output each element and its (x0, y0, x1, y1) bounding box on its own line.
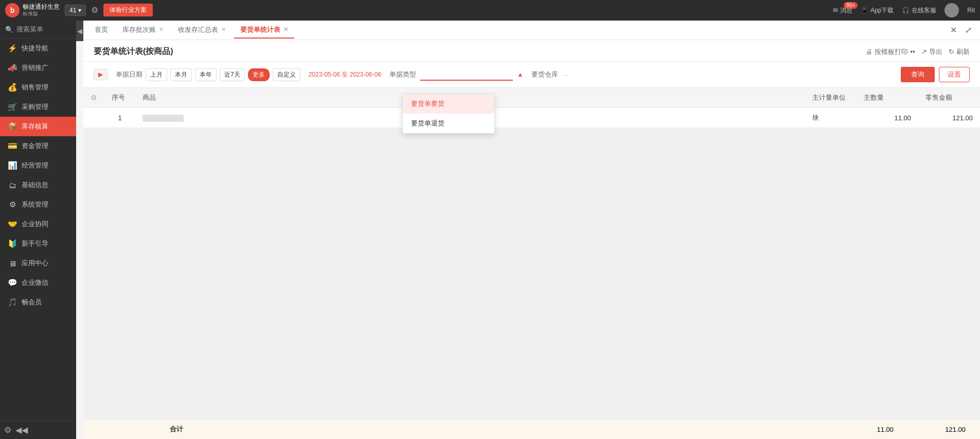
company-selector[interactable]: 41 ▾ (65, 5, 86, 16)
sidebar-search[interactable]: 🔍 搜索菜单 (0, 21, 76, 39)
sidebar-item-appstore[interactable]: 🖥 应用中心 (0, 253, 76, 273)
dropdown-item-return[interactable]: 要货单退货 (403, 114, 494, 133)
footer-qty: 11.00 (839, 426, 901, 433)
message-badge: 99+ (844, 2, 858, 9)
content-area: 首页 库存批次账 ✕ 收发存汇总表 ✕ 要货单统计表 ✕ ✕ ⤢ 要 (83, 21, 980, 439)
search-icon: 🔍 (5, 26, 13, 33)
online-service-button[interactable]: 🎧 在线客服 (902, 6, 936, 15)
warehouse-filter-label: 要货仓库 (531, 70, 558, 79)
table-row: 1 块 11.00 121.0 (83, 108, 980, 128)
type-dropdown: 要货单要货 要货单退货 (402, 94, 495, 134)
page-header: 要货单统计表(按商品) 🖨 按模板打印 ▾▾ ↗ 导出 ↻ 刷新 (83, 40, 980, 62)
export-button[interactable]: ↗ 导出 (921, 47, 942, 57)
sidebar-item-member[interactable]: 🎵 畅会员 (0, 292, 76, 312)
app-name: 畅捷通好生意 (23, 3, 60, 10)
footer-total-label: 合计 (163, 425, 183, 434)
sidebar-item-sales[interactable]: 💰 销售管理 (0, 78, 76, 97)
dropdown-item-goods[interactable]: 要货单要货 (403, 94, 494, 114)
sidebar-settings-icon[interactable]: ⚙ (4, 425, 11, 435)
type-filter-arrow[interactable]: ▲ (517, 71, 523, 78)
date-range-text: 2023-05-06 至 2023-06-06 (309, 70, 381, 79)
logo-area: b 畅捷通好生意 标准版 (5, 3, 60, 17)
custom-date-button[interactable]: 自定义 (273, 68, 300, 81)
inventory-icon: 📦 (7, 122, 17, 131)
filter-actions: 查询 设置 (901, 67, 970, 82)
sidebar-item-label: 快捷导航 (22, 44, 48, 53)
app-sub: 标准版 (23, 10, 60, 17)
toggle-icon: ◀ (77, 27, 82, 35)
main-layout: 🔍 搜索菜单 ⚡ 快捷导航 📣 营销推广 💰 销售管理 🛒 采购管理 📦 库存核… (0, 21, 980, 439)
more-date-button[interactable]: 更多 (248, 68, 270, 81)
user-name-text: Rit (967, 7, 975, 14)
app-download-button[interactable]: 📱 App下载 (861, 6, 894, 15)
tab-collection-summary[interactable]: 收发存汇总表 ✕ (172, 22, 232, 39)
this-month-button[interactable]: 本月 (170, 68, 192, 81)
refresh-button[interactable]: ↻ 刷新 (949, 47, 970, 57)
filter-expand-button[interactable]: ▶ (94, 69, 108, 80)
print-dropdown-icon: ▾▾ (910, 49, 915, 54)
tab-inventory-batch[interactable]: 库存批次账 ✕ (116, 22, 170, 39)
last-month-button[interactable]: 上月 (146, 68, 167, 81)
sidebar-item-basic[interactable]: 🗂 基础信息 (0, 175, 76, 195)
sidebar-item-collab[interactable]: 🤝 企业协同 (0, 214, 76, 234)
date-filter-group: 单据日期 上月 本月 本年 近7天 更多 自定义 (116, 68, 300, 81)
warehouse-more-icon[interactable]: ··· (562, 71, 568, 79)
sidebar-item-label: 采购管理 (22, 102, 48, 112)
sidebar-item-label: 畅会员 (22, 298, 42, 307)
chevron-down-icon: ▾ (78, 7, 81, 14)
industry-button[interactable]: 体验行业方案 (103, 4, 153, 16)
sidebar-item-finance[interactable]: 💳 资金管理 (0, 136, 76, 156)
sidebar-item-wechat[interactable]: 💬 企业微信 (0, 273, 76, 292)
sidebar-item-operations[interactable]: 📊 经营管理 (0, 156, 76, 175)
sidebar-item-marketing[interactable]: 📣 营销推广 (0, 58, 76, 78)
tab-close-all-button[interactable]: ✕ (947, 24, 960, 36)
tab-maximize-button[interactable]: ⤢ (962, 24, 975, 36)
query-button[interactable]: 查询 (901, 67, 935, 82)
sidebar-item-quick-nav[interactable]: ⚡ 快捷导航 (0, 39, 76, 58)
tab-home[interactable]: 首页 (88, 22, 114, 39)
tab-close-inventory-batch[interactable]: ✕ (159, 26, 164, 33)
setting-button[interactable]: 设置 (939, 67, 970, 82)
sidebar-item-inventory[interactable]: 📦 库存核算 (0, 117, 76, 136)
warehouse-filter-group: 要货仓库 ··· (531, 70, 568, 79)
sidebar-item-guide[interactable]: 🔰 新手引导 (0, 234, 76, 253)
sidebar-item-label: 系统管理 (22, 200, 48, 209)
refresh-icon: ↻ (949, 48, 954, 56)
this-year-button[interactable]: 本年 (195, 68, 217, 81)
sidebar-item-label: 销售管理 (22, 83, 48, 92)
sales-icon: 💰 (7, 83, 17, 92)
table-settings-icon[interactable]: ⚙ (91, 94, 97, 102)
sidebar-item-label: 新手引导 (22, 239, 48, 248)
last-7days-button[interactable]: 近7天 (220, 68, 245, 81)
type-filter-input[interactable] (420, 69, 513, 81)
message-button[interactable]: ✉ 消息 99+ (833, 6, 852, 15)
appstore-icon: 🖥 (7, 259, 17, 268)
sidebar-toggle[interactable]: ◀ (76, 21, 83, 41)
sidebar-item-purchase[interactable]: 🛒 采购管理 (0, 97, 76, 117)
type-filter-label: 单据类型 (389, 70, 416, 79)
collab-icon: 🤝 (7, 220, 17, 229)
tab-close-order[interactable]: ✕ (283, 26, 288, 33)
print-button[interactable]: 🖨 按模板打印 ▾▾ (866, 47, 915, 57)
sidebar-item-label: 库存核算 (22, 122, 48, 131)
sidebar: 🔍 搜索菜单 ⚡ 快捷导航 📣 营销推广 💰 销售管理 🛒 采购管理 📦 库存核… (0, 21, 76, 439)
sidebar-collapse-icon[interactable]: ◀◀ (15, 425, 28, 435)
header-settings-icon[interactable]: ⚙ (91, 5, 98, 15)
member-icon: 🎵 (7, 298, 17, 307)
type-filter-group: 单据类型 ▲ (389, 69, 523, 81)
user-avatar[interactable] (945, 3, 959, 17)
date-filter-options: 上月 本月 本年 近7天 更多 自定义 (146, 68, 300, 81)
row-num-cell: 1 (104, 108, 135, 128)
sidebar-item-label: 企业协同 (22, 220, 48, 229)
print-icon: 🖨 (866, 48, 872, 56)
page-actions: 🖨 按模板打印 ▾▾ ↗ 导出 ↻ 刷新 (866, 47, 970, 57)
sidebar-item-label: 应用中心 (22, 259, 48, 268)
sidebar-item-label: 基础信息 (22, 180, 48, 190)
service-icon: 🎧 (902, 7, 910, 14)
table-container: ⚙ 序号 商品 主计量单位 主数 (83, 88, 980, 128)
header-left: b 畅捷通好生意 标准版 41 ▾ ⚙ 体验行业方案 (5, 3, 153, 17)
tab-order-summary[interactable]: 要货单统计表 ✕ (234, 22, 294, 39)
product-placeholder (142, 115, 184, 122)
sidebar-item-system[interactable]: ⚙ 系统管理 (0, 195, 76, 214)
tab-close-collection[interactable]: ✕ (221, 26, 226, 33)
